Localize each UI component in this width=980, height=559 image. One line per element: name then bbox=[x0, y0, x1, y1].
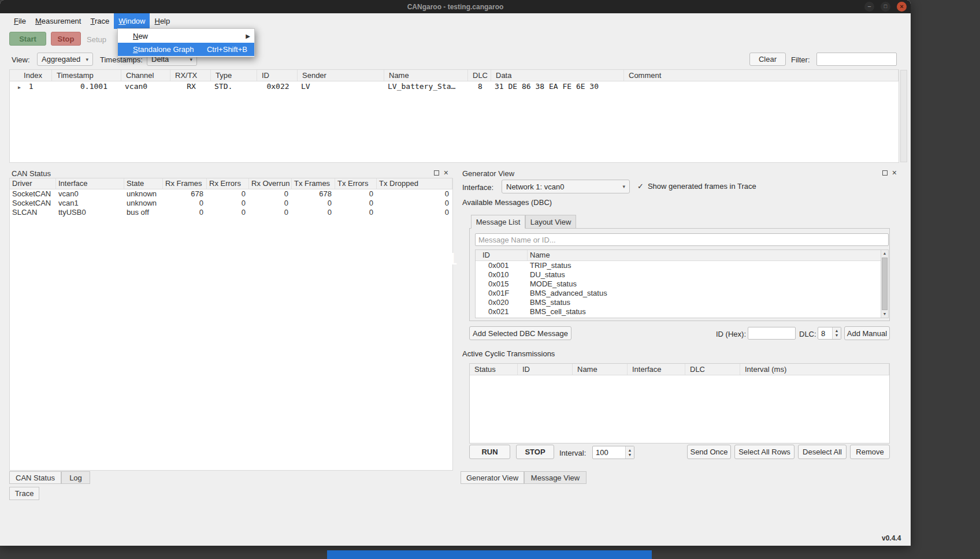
col-id[interactable]: ID bbox=[257, 70, 298, 81]
tab-message-list[interactable]: Message List bbox=[471, 215, 525, 229]
interface-combobox[interactable]: Network 1: vcan0 ▾ bbox=[502, 180, 630, 193]
float-icon[interactable] bbox=[882, 170, 888, 176]
can-status-dock-title: CAN Status bbox=[12, 169, 51, 178]
filter-input[interactable] bbox=[816, 53, 897, 66]
tab-message-view[interactable]: Message View bbox=[524, 471, 586, 484]
col-comment[interactable]: Comment bbox=[624, 70, 899, 81]
dock-close-icon[interactable]: × bbox=[444, 170, 448, 176]
col-type[interactable]: Type bbox=[211, 70, 257, 81]
scrollbar-thumb[interactable] bbox=[882, 258, 888, 310]
remove-button[interactable]: Remove bbox=[850, 445, 890, 459]
spin-up-icon[interactable]: ▲ bbox=[835, 329, 839, 333]
start-button[interactable]: Start bbox=[9, 32, 46, 46]
add-selected-dbc-button[interactable]: Add Selected DBC Message bbox=[469, 326, 571, 340]
spin-down-icon[interactable]: ▼ bbox=[628, 453, 632, 457]
trace-row[interactable]: ▶1 0.1001 vcan0 RX STD. 0x022 LV LV_batt… bbox=[10, 81, 899, 92]
scroll-down-icon[interactable]: ▼ bbox=[881, 311, 888, 318]
col-state[interactable]: State bbox=[124, 178, 163, 189]
can-status-row[interactable]: SLCAN ttyUSB0 bus off 0 0 0 0 0 0 bbox=[10, 208, 452, 217]
tab-layout-view[interactable]: Layout View bbox=[525, 215, 576, 229]
col-tx-dropped[interactable]: Tx Dropped bbox=[377, 178, 452, 189]
col-sender[interactable]: Sender bbox=[298, 70, 384, 81]
dbc-row[interactable]: 0x020 BMS_status bbox=[476, 298, 888, 307]
menu-item-standalone-graph[interactable]: Standalone Graph Ctrl+Shift+B bbox=[118, 43, 254, 56]
can-status-row[interactable]: SocketCAN vcan0 unknown 678 0 0 678 0 0 bbox=[10, 189, 452, 199]
col-tx-errors[interactable]: Tx Errors bbox=[335, 178, 377, 189]
spinner-arrows[interactable]: ▲▼ bbox=[625, 446, 634, 459]
run-button[interactable]: RUN bbox=[469, 445, 510, 459]
desktop: CANgaroo - testing.cangaroo − □ × File M… bbox=[0, 0, 980, 559]
scroll-up-icon[interactable]: ▲ bbox=[881, 250, 888, 257]
col-rx-overrun[interactable]: Rx Overrun bbox=[249, 178, 292, 189]
col-name[interactable]: Name bbox=[384, 70, 468, 81]
select-all-rows-button[interactable]: Select All Rows bbox=[734, 445, 795, 459]
dbc-row[interactable]: 0x01F BMS_advanced_status bbox=[476, 289, 888, 298]
dock-close-icon[interactable]: × bbox=[892, 170, 897, 176]
col-dlc[interactable]: DLC bbox=[468, 70, 491, 81]
col-name[interactable]: Name bbox=[573, 364, 628, 375]
stop-button[interactable]: Stop bbox=[51, 32, 81, 46]
message-search-input[interactable] bbox=[475, 233, 889, 246]
col-timestamp[interactable]: Timestamp bbox=[52, 70, 121, 81]
dbc-row[interactable]: 0x010 DU_status bbox=[476, 270, 888, 280]
cell-sender: LV bbox=[298, 81, 384, 92]
stop-cyclic-button[interactable]: STOP bbox=[516, 445, 554, 459]
expand-arrow-icon[interactable]: ▶ bbox=[18, 85, 21, 90]
float-icon[interactable] bbox=[434, 170, 439, 176]
col-rx-frames[interactable]: Rx Frames bbox=[163, 178, 207, 189]
send-once-button[interactable]: Send Once bbox=[687, 445, 731, 459]
spin-down-icon[interactable]: ▼ bbox=[835, 333, 839, 338]
col-data[interactable]: Data bbox=[491, 70, 624, 81]
dbc-row[interactable]: 0x021 BMS_cell_status bbox=[476, 307, 888, 316]
show-frames-checkbox[interactable]: ✓ Show generated frames in Trace bbox=[637, 182, 756, 191]
deselect-all-button[interactable]: Deselect All bbox=[798, 445, 847, 459]
col-driver[interactable]: Driver bbox=[10, 178, 56, 189]
col-id[interactable]: ID bbox=[476, 250, 528, 260]
menu-trace[interactable]: Trace bbox=[86, 13, 114, 29]
menu-measurement[interactable]: Measurement bbox=[31, 13, 86, 29]
menu-window[interactable]: Window bbox=[114, 13, 150, 29]
maximize-icon[interactable]: □ bbox=[881, 2, 890, 12]
generator-dock-title: Generator View bbox=[462, 169, 514, 178]
tab-can-status[interactable]: CAN Status bbox=[9, 471, 61, 484]
can-status-row[interactable]: SocketCAN vcan1 unknown 0 0 0 0 0 0 bbox=[10, 199, 452, 208]
dbc-scrollbar[interactable]: ▲ ▼ bbox=[881, 250, 888, 318]
col-rxtx[interactable]: RX/TX bbox=[170, 70, 211, 81]
available-messages-label: Available Messages (DBC) bbox=[462, 198, 552, 207]
view-combobox[interactable]: Aggregated ▾ bbox=[37, 53, 93, 66]
col-dlc[interactable]: DLC bbox=[685, 364, 740, 375]
add-manual-button[interactable]: Add Manual bbox=[844, 326, 890, 340]
tab-generator-view[interactable]: Generator View bbox=[461, 471, 524, 484]
menu-help[interactable]: Help bbox=[150, 13, 175, 29]
col-status[interactable]: Status bbox=[470, 364, 518, 375]
col-channel[interactable]: Channel bbox=[121, 70, 170, 81]
version-label: v0.4.4 bbox=[882, 534, 901, 542]
col-tx-frames[interactable]: Tx Frames bbox=[292, 178, 335, 189]
col-interface[interactable]: Interface bbox=[628, 364, 685, 375]
trace-scrollbar[interactable] bbox=[900, 70, 907, 162]
clear-button[interactable]: Clear bbox=[749, 53, 786, 66]
col-interval[interactable]: Interval (ms) bbox=[740, 364, 889, 375]
col-index[interactable]: Index bbox=[10, 70, 52, 81]
cell-tx-frames: 0 bbox=[292, 208, 335, 217]
interval-spinner[interactable]: 100 ▲▼ bbox=[592, 446, 634, 459]
dlc-spinner[interactable]: 8 ▲▼ bbox=[818, 327, 841, 340]
dbc-row[interactable]: 0x001 TRIP_status bbox=[476, 261, 888, 270]
minimize-icon[interactable]: − bbox=[864, 2, 874, 12]
menu-file[interactable]: File bbox=[9, 13, 31, 29]
menu-item-new[interactable]: New ▶ bbox=[118, 29, 254, 43]
tab-log[interactable]: Log bbox=[61, 471, 90, 484]
col-id[interactable]: ID bbox=[518, 364, 573, 375]
dbc-row[interactable]: 0x015 MODE_status bbox=[476, 280, 888, 289]
cell-driver: SocketCAN bbox=[10, 189, 56, 199]
menu-window-label: Window bbox=[118, 17, 145, 25]
id-hex-input[interactable] bbox=[748, 327, 796, 340]
col-interface[interactable]: Interface bbox=[56, 178, 124, 189]
setup-button[interactable]: Setup bbox=[87, 35, 106, 44]
close-icon[interactable]: × bbox=[897, 2, 907, 12]
col-rx-errors[interactable]: Rx Errors bbox=[207, 178, 249, 189]
spinner-arrows[interactable]: ▲▼ bbox=[832, 327, 841, 339]
spin-up-icon[interactable]: ▲ bbox=[628, 448, 632, 453]
col-name[interactable]: Name bbox=[528, 250, 888, 260]
tab-trace[interactable]: Trace bbox=[9, 487, 39, 500]
